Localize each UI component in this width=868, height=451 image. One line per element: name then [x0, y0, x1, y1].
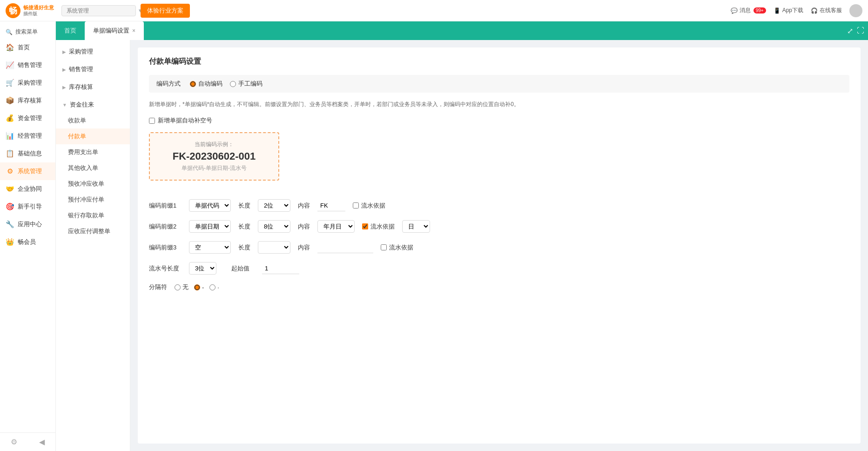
waterfall3-checkbox[interactable]: 流水依据 [381, 243, 413, 252]
sidebar-item-enterprise[interactable]: 🤝 企业协同 [0, 180, 55, 198]
inventory-icon: 📦 [6, 96, 14, 105]
menu-title-purchase[interactable]: ▶ 采购管理 [56, 44, 130, 60]
top-bar: 畅 畅捷通好生意 插件版 ▾ ⚙ 体验行业方案 💬 消息 99+ 📱 App下载… [0, 0, 868, 21]
logo-icon: 畅 [6, 3, 20, 18]
serial-length-row: 流水号长度 3位 4位 5位 6位 起始值 [149, 262, 849, 275]
sep-dash-radio[interactable]: - [194, 284, 204, 291]
menu-group-inventory: ▶ 库存核算 [56, 79, 130, 95]
code-preview-value: FK-20230602-001 [161, 150, 267, 162]
menu-group-sales: ▶ 销售管理 [56, 61, 130, 77]
auto-encode-radio[interactable]: 自动编码 [190, 80, 222, 88]
auto-fill-row: 新增单据自动补空号 [149, 116, 849, 125]
sidebar-item-basic[interactable]: 📋 基础信息 [0, 145, 55, 162]
menu-item-prepay-receive[interactable]: 预收冲应收单 [56, 176, 130, 192]
tab-home[interactable]: 首页 [56, 21, 85, 40]
sidebar-search[interactable]: 🔍 搜索菜单 [0, 25, 55, 39]
search-icon: 🔍 [6, 29, 13, 35]
serial-length-label: 流水号长度 [149, 264, 182, 273]
menu-item-bank[interactable]: 银行存取款单 [56, 208, 130, 223]
separator-row: 分隔符 无 - · [149, 283, 849, 291]
content1-label: 内容 [298, 202, 310, 210]
sidebar-item-vip[interactable]: 👑 畅会员 [0, 233, 55, 251]
expand-icon[interactable]: ⛶ [857, 27, 864, 35]
menu-item-income[interactable]: 其他收入单 [56, 160, 130, 176]
sidebar-item-finance[interactable]: 💰 资金管理 [0, 109, 55, 127]
content3-label: 内容 [298, 243, 310, 252]
sidebar-item-purchase[interactable]: 🛒 采购管理 [0, 74, 55, 92]
fullscreen-icon[interactable]: ⤢ [847, 27, 853, 35]
prefix2-select[interactable]: 单据日期 部门 业务员 空 [189, 220, 231, 233]
logo: 畅 畅捷通好生意 插件版 [6, 3, 61, 18]
sidebar-bottom: ⚙ ◀ [0, 432, 55, 451]
menu-title-sales[interactable]: ▶ 销售管理 [56, 61, 130, 77]
sidebar-item-inventory[interactable]: 📦 库存核算 [0, 92, 55, 109]
top-bar-mid: ▾ ⚙ 体验行业方案 [61, 4, 731, 18]
purchase-icon: 🛒 [6, 79, 14, 87]
prefix3-select[interactable]: 空 单据代码 部门 业务员 [189, 241, 231, 254]
length3-select[interactable] [258, 241, 290, 254]
avatar[interactable] [849, 4, 862, 17]
sidebar-item-system[interactable]: ⚙ 系统管理 [0, 162, 55, 180]
message-btn[interactable]: 💬 消息 99+ [731, 7, 766, 14]
prefix3-label: 编码前缀3 [149, 243, 182, 252]
system-icon: ⚙ [6, 167, 14, 175]
menu-title-inventory[interactable]: ▶ 库存核算 [56, 79, 130, 95]
menu-item-receipt[interactable]: 收款单 [56, 113, 130, 128]
menu-item-payment[interactable]: 付款单 [56, 128, 130, 144]
settings-bottom-icon[interactable]: ⚙ [11, 438, 17, 446]
enterprise-icon: 🤝 [6, 185, 14, 193]
menu-group-purchase: ▶ 采购管理 [56, 44, 130, 60]
content3-input[interactable] [317, 242, 373, 253]
waterfall2-unit-select[interactable]: 日 月 年 [402, 220, 430, 233]
tab-serial[interactable]: 单据编码设置 × [85, 21, 144, 40]
online-service-btn[interactable]: 🎧 在线客服 [811, 7, 842, 14]
encoding-radio-group: 自动编码 手工编码 [190, 80, 262, 88]
collapse-icon[interactable]: ◀ [39, 438, 45, 446]
menu-item-prepay-pay[interactable]: 预付冲应付单 [56, 192, 130, 208]
content1-input[interactable] [317, 200, 345, 211]
sidebar-item-sales[interactable]: 📈 销售管理 [0, 56, 55, 74]
content2-label: 内容 [298, 222, 310, 231]
info-text: 新增单据时，*单据编码*自动生成，不可编辑。前缀设置为部门、业务员等档案类，开单… [149, 100, 849, 109]
length2-select[interactable]: 8位 6位 4位 [258, 220, 290, 233]
top-bar-right: 💬 消息 99+ 📱 App下载 🎧 在线客服 [731, 4, 862, 17]
sep-dot-radio[interactable]: · [209, 284, 219, 291]
prefix1-select[interactable]: 单据代码 部门 业务员 空 [189, 199, 231, 212]
menu-item-expense[interactable]: 费用支出单 [56, 144, 130, 160]
prefix3-row: 编码前缀3 空 单据代码 部门 业务员 长度 内容 [149, 241, 849, 254]
code-preview-sub: 单据代码-单据日期-流水号 [161, 164, 267, 172]
tab-close-icon[interactable]: × [132, 27, 135, 34]
content-area: 首页 单据编码设置 × ⤢ ⛶ ▶ 采购管理 [56, 21, 868, 451]
sales-icon: 📈 [6, 61, 14, 69]
logo-text: 畅捷通好生意 插件版 [23, 4, 54, 17]
start-value-input[interactable] [262, 263, 299, 274]
menu-item-ar-ap[interactable]: 应收应付调整单 [56, 223, 130, 239]
length3-label: 长度 [238, 243, 250, 252]
prefix2-label: 编码前缀2 [149, 222, 182, 231]
sidebar-item-operation[interactable]: 📊 经营管理 [0, 127, 55, 145]
waterfall1-checkbox[interactable]: 流水依据 [353, 202, 385, 210]
sidebar-item-guide[interactable]: 🎯 新手引导 [0, 198, 55, 215]
menu-title-finance[interactable]: ▼ 资金往来 [56, 97, 130, 113]
page-title: 付款单编码设置 [149, 57, 849, 67]
sidebar-item-appstore[interactable]: 🔧 应用中心 [0, 215, 55, 233]
waterfall2-checkbox[interactable]: 流水依据 [362, 222, 395, 231]
sep-none-radio[interactable]: 无 [175, 283, 188, 291]
auto-fill-checkbox[interactable] [149, 118, 155, 124]
sidebar-item-home[interactable]: 🏠 首页 [0, 39, 55, 56]
appstore-icon: 🔧 [6, 220, 14, 229]
arrow-right-icon: ▶ [62, 49, 66, 54]
page-inner: 付款单编码设置 编码方式 自动编码 手工编码 [138, 47, 861, 444]
serial-length-select[interactable]: 3位 4位 5位 6位 [189, 262, 216, 275]
manual-encode-radio[interactable]: 手工编码 [230, 80, 262, 88]
second-menu: ▶ 采购管理 ▶ 销售管理 ▶ 库存核算 [56, 40, 130, 451]
nav-breadcrumb: ▾ ⚙ [61, 5, 136, 16]
prefix1-row: 编码前缀1 单据代码 部门 业务员 空 长度 2位 3位 4位 [149, 199, 849, 212]
app-download-btn[interactable]: 📱 App下载 [774, 7, 803, 14]
content2-select[interactable]: 年月日 年月 年 [317, 220, 355, 233]
arrow-down-icon: ▼ [62, 102, 67, 108]
trial-button[interactable]: 体验行业方案 [141, 4, 190, 18]
length1-select[interactable]: 2位 3位 4位 [258, 199, 290, 212]
breadcrumb-input[interactable] [61, 5, 136, 16]
sidebar: 🔍 搜索菜单 🏠 首页 📈 销售管理 🛒 采购管理 📦 库存核算 💰 资金管理 … [0, 21, 56, 451]
